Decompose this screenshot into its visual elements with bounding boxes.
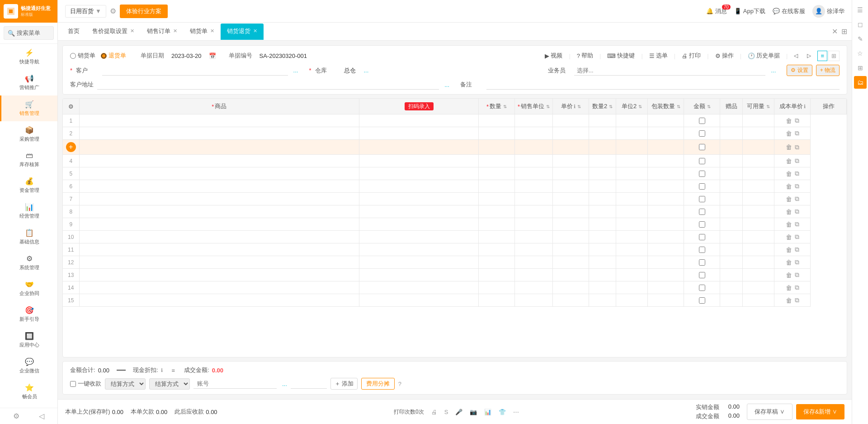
delete-row-btn[interactable]: 🗑 bbox=[786, 183, 792, 190]
sidebar-item-operations[interactable]: 📊 经营管理 bbox=[0, 198, 57, 224]
tab-sale-order-close[interactable]: ✕ bbox=[173, 28, 177, 34]
copy-row-btn[interactable]: ⧉ bbox=[795, 129, 799, 137]
delete-row-btn[interactable]: 🗑 bbox=[786, 143, 792, 151]
copy-row-btn[interactable]: ⧉ bbox=[795, 170, 799, 177]
price-info-icon[interactable]: ℹ bbox=[574, 104, 576, 110]
copy-row-btn[interactable]: ⧉ bbox=[795, 195, 799, 203]
address-input[interactable] bbox=[97, 80, 439, 90]
fee-split-btn[interactable]: 费用分摊 bbox=[361, 378, 395, 390]
sidebar-item-apps[interactable]: 🔲 应用中心 bbox=[0, 327, 57, 353]
calc-method-select[interactable]: 结算方式 bbox=[149, 378, 190, 390]
shortcut-btn[interactable]: ⌨ 快捷键 bbox=[604, 50, 637, 61]
tab-sale-return-close[interactable]: ✕ bbox=[253, 28, 257, 34]
gift-checkbox[interactable] bbox=[699, 285, 705, 291]
delete-row-btn[interactable]: 🗑 bbox=[786, 272, 792, 279]
gift-checkbox[interactable] bbox=[699, 118, 705, 124]
copy-row-btn[interactable]: ⧉ bbox=[795, 296, 799, 304]
right-sidebar-btn-3[interactable]: ☆ bbox=[854, 47, 867, 60]
copy-row-btn[interactable]: ⧉ bbox=[795, 157, 799, 165]
scan-btn[interactable]: 扫码录入 bbox=[405, 102, 434, 110]
gift-checkbox[interactable] bbox=[699, 209, 705, 215]
unit-sort-icon[interactable]: ⇅ bbox=[546, 104, 550, 109]
table-icon[interactable]: 📊 bbox=[484, 409, 491, 415]
tab-sale-price[interactable]: 售价提取设置 ✕ bbox=[86, 24, 141, 40]
address-picker-btn[interactable]: ... bbox=[444, 81, 449, 88]
tab-sale-return[interactable]: 销货退货 ✕ bbox=[221, 24, 264, 40]
gift-checkbox[interactable] bbox=[699, 247, 705, 253]
copy-row-btn[interactable]: ⧉ bbox=[795, 117, 799, 124]
tab-more-btn[interactable]: ⊞ bbox=[840, 26, 848, 37]
staff-picker-btn[interactable]: ... bbox=[771, 67, 776, 74]
copy-row-btn[interactable]: ⧉ bbox=[795, 233, 799, 241]
delete-row-btn[interactable]: 🗑 bbox=[786, 259, 792, 266]
copy-row-btn[interactable]: ⧉ bbox=[795, 208, 799, 215]
tab-sale-goods[interactable]: 销货单 ✕ bbox=[184, 24, 221, 40]
sidebar-item-shortcuts[interactable]: ⚡ 快捷导航 bbox=[0, 44, 57, 70]
sidebar-item-cooperation[interactable]: 🤝 企业协同 bbox=[0, 276, 57, 301]
copy-row-btn[interactable]: ⧉ bbox=[795, 220, 799, 228]
product-input[interactable] bbox=[82, 144, 357, 151]
gift-checkbox[interactable] bbox=[699, 183, 705, 190]
notification-btn[interactable]: 🔔 70 消息 bbox=[706, 7, 727, 15]
qty2-sort-icon[interactable]: ⇅ bbox=[609, 104, 613, 109]
gift-checkbox[interactable] bbox=[699, 171, 705, 177]
account-input[interactable] bbox=[193, 379, 277, 389]
copy-row-btn[interactable]: ⧉ bbox=[795, 143, 799, 151]
delete-row-btn[interactable]: 🗑 bbox=[786, 284, 792, 291]
font-icon[interactable]: S bbox=[444, 409, 448, 415]
warehouse-picker-btn[interactable]: ... bbox=[364, 67, 369, 74]
cost-info-icon[interactable]: ℹ bbox=[804, 104, 806, 110]
copy-row-btn[interactable]: ⧉ bbox=[795, 284, 799, 291]
trial-btn[interactable]: 体验行业方案 bbox=[120, 5, 168, 18]
payment-amount-input[interactable] bbox=[291, 379, 327, 389]
delete-row-btn[interactable]: 🗑 bbox=[786, 130, 792, 137]
delete-row-btn[interactable]: 🗑 bbox=[786, 297, 792, 304]
add-payment-btn[interactable]: ＋ 添加 bbox=[330, 378, 358, 390]
delete-row-btn[interactable]: 🗑 bbox=[786, 170, 792, 177]
help-btn[interactable]: ? 帮助 bbox=[574, 50, 596, 61]
delete-row-btn[interactable]: 🗑 bbox=[786, 117, 792, 124]
select-order-btn[interactable]: ☰ 选单 bbox=[646, 50, 670, 61]
sidebar-item-marketing[interactable]: 📢 营销推广 bbox=[0, 70, 57, 95]
one-click-pay-checkbox[interactable]: 一键收款 bbox=[70, 380, 101, 388]
delete-row-btn[interactable]: 🗑 bbox=[786, 157, 792, 165]
save-draft-btn[interactable]: 保存草稿 ∨ bbox=[747, 404, 793, 420]
share-icon[interactable]: 👕 bbox=[499, 409, 506, 415]
code-icon[interactable]: 📷 bbox=[470, 409, 477, 415]
radio-sale-return[interactable]: 退货单 bbox=[101, 52, 126, 60]
video-btn[interactable]: ▶ 视频 bbox=[542, 50, 565, 61]
prev-record-btn[interactable]: ◁ bbox=[791, 51, 801, 60]
gift-checkbox[interactable] bbox=[699, 234, 705, 240]
tab-sale-order[interactable]: 销售订单 ✕ bbox=[141, 24, 184, 40]
gift-checkbox[interactable] bbox=[699, 130, 705, 137]
gift-checkbox[interactable] bbox=[699, 272, 705, 278]
view-table-btn[interactable]: ≡ bbox=[817, 51, 827, 61]
avail-sort-icon[interactable]: ⇅ bbox=[766, 104, 770, 109]
copy-row-btn[interactable]: ⧉ bbox=[795, 182, 799, 190]
delete-row-btn[interactable]: 🗑 bbox=[786, 246, 792, 253]
operate-btn[interactable]: ⚙ 操作 bbox=[712, 50, 736, 61]
gift-checkbox[interactable] bbox=[699, 259, 705, 266]
sidebar-collapse-btn[interactable]: ◁ bbox=[39, 412, 44, 420]
settle-method-select[interactable]: 结算方式 bbox=[105, 378, 146, 390]
tab-close-all-btn[interactable]: ✕ bbox=[831, 26, 839, 37]
logistics-btn[interactable]: + 物流 bbox=[816, 65, 840, 76]
module-selector[interactable]: 日用百货 ▼ bbox=[65, 5, 106, 18]
copy-row-btn[interactable]: ⧉ bbox=[795, 271, 799, 279]
app-download-btn[interactable]: 📱 App下载 bbox=[734, 7, 765, 15]
price-sort-icon[interactable]: ⇅ bbox=[577, 104, 581, 109]
sidebar-item-newbie[interactable]: 🎯 新手引导 bbox=[0, 301, 57, 327]
setup-btn[interactable]: ⚙ 设置 bbox=[787, 65, 812, 76]
delete-row-btn[interactable]: 🗑 bbox=[786, 233, 792, 241]
sidebar-settings-btn[interactable]: ⚙ bbox=[13, 412, 19, 420]
sidebar-item-system[interactable]: ⚙ 系统管理 bbox=[0, 250, 57, 276]
delete-row-btn[interactable]: 🗑 bbox=[786, 221, 792, 228]
radio-sale-goods[interactable]: 销货单 bbox=[70, 52, 95, 60]
th-settings[interactable]: ⚙ bbox=[63, 99, 79, 114]
sidebar-item-weixin[interactable]: 💬 企业微信 bbox=[0, 353, 57, 379]
add-row-btn[interactable]: + bbox=[66, 142, 76, 152]
gift-checkbox[interactable] bbox=[699, 196, 705, 202]
more-icon[interactable]: ⋯ bbox=[513, 409, 519, 415]
qty-sort-icon[interactable]: ⇅ bbox=[503, 104, 507, 109]
mic-icon[interactable]: 🎤 bbox=[455, 409, 462, 415]
